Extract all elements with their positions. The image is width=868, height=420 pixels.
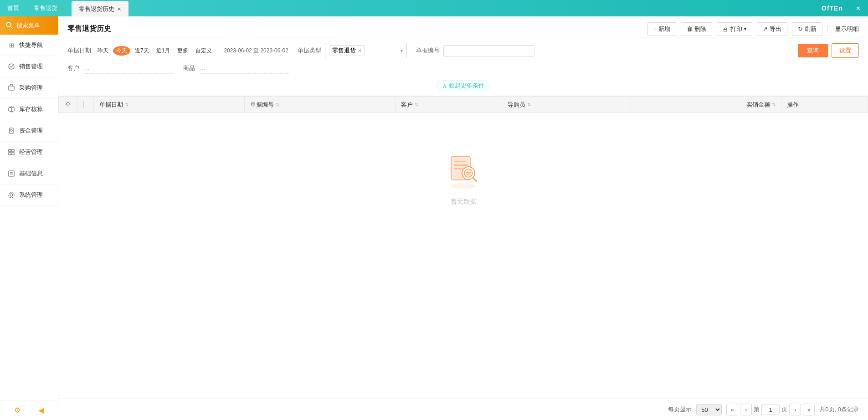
page-input[interactable] — [761, 405, 780, 415]
settings-button[interactable]: 设置 — [832, 43, 859, 58]
bill-no-label: 单据编号 — [416, 46, 440, 55]
table-header-row: 单据日期 ⇅ 单据编号 ⇅ 客户 — [59, 97, 868, 113]
page-title: 零售退货历史 — [67, 24, 111, 34]
print-button[interactable]: 🖨 打印 ▾ — [717, 22, 752, 36]
date-range-value: 2023-06-02 至 2023-06-02 — [224, 47, 288, 55]
tab-retail-return-close[interactable]: ✕ — [60, 5, 64, 11]
th-amount[interactable]: 实销金额 ⇅ — [631, 97, 781, 113]
refresh-button[interactable]: ↻ 刷新 — [792, 22, 822, 36]
sort-date-icon: ⇅ — [125, 102, 128, 107]
svg-rect-20 — [454, 164, 468, 166]
svg-point-17 — [451, 183, 476, 189]
sidebar-item-label: 基础信息 — [19, 169, 43, 178]
sidebar-item-finance-mgmt[interactable]: 资金管理 — [0, 120, 58, 142]
goods-input[interactable] — [199, 63, 290, 74]
bill-type-select[interactable]: 零售退货 ✕ ▾ — [325, 43, 407, 58]
th-checkbox[interactable] — [77, 97, 94, 113]
sidebar-search[interactable]: 搜索菜单 — [0, 16, 58, 35]
export-button[interactable]: ↗ 导出 — [757, 22, 787, 36]
svg-rect-10 — [9, 171, 14, 176]
new-button[interactable]: + 新增 — [647, 22, 676, 36]
pagination-bar: 每页显示 20 50 100 200 « ‹ 第 页 › » 共0页, 0条记录 — [58, 399, 868, 420]
date-btn-1month[interactable]: 近1月 — [154, 46, 173, 56]
th-setting[interactable] — [59, 97, 77, 113]
sidebar-item-label: 库存核算 — [19, 105, 43, 113]
tab-retail-return-history-close[interactable]: ✕ — [117, 6, 121, 12]
page-last-btn[interactable]: » — [803, 404, 815, 415]
sidebar-item-system-mgmt[interactable]: 系统管理 — [0, 184, 58, 206]
empty-icon — [443, 149, 484, 190]
empty-text: 暂无数据 — [451, 198, 476, 206]
date-btn-7days[interactable]: 近7天 — [132, 46, 152, 56]
date-btn-today[interactable]: 今天 — [113, 46, 130, 56]
filter-bill-type: 单据类型 零售退货 ✕ ▾ — [298, 43, 407, 58]
collapse-btn[interactable]: ∧ 收起更多条件 — [437, 80, 490, 91]
tab-retail-return-history[interactable]: 零售退货历史 ✕ — [72, 1, 128, 17]
sidebar-item-label: 快捷导航 — [19, 41, 43, 49]
sidebar-item-quick-nav[interactable]: ⊞ 快捷导航 — [0, 35, 58, 56]
settings-bottom-btn[interactable]: ⚙ — [14, 406, 21, 415]
svg-point-23 — [464, 169, 473, 177]
sidebar-item-label: 销售管理 — [19, 62, 43, 71]
window-close-btn[interactable]: ✕ — [856, 5, 861, 12]
page-suffix: 页 — [781, 405, 787, 414]
sidebar-search-label: 搜索菜单 — [16, 21, 40, 30]
query-button[interactable]: 查询 — [798, 44, 828, 57]
th-action: 操作 — [781, 97, 868, 113]
filter-customer: 客户 — [67, 63, 174, 74]
print-icon: 🖨 — [723, 26, 729, 32]
page-nav: « ‹ 第 页 › » — [726, 404, 815, 415]
delete-button[interactable]: 🗑 删除 — [681, 22, 712, 36]
search-icon — [5, 21, 13, 30]
sidebar-item-basic-info[interactable]: 基础信息 — [0, 163, 58, 184]
sidebar-item-label: 系统管理 — [19, 191, 43, 199]
top-bar-right: OfTEn ✕ — [814, 5, 868, 12]
page-size-select[interactable]: 20 50 100 200 — [696, 404, 722, 415]
th-customer[interactable]: 客户 ⇅ — [395, 97, 502, 113]
sidebar-item-purchase-mgmt[interactable]: 采购管理 — [0, 77, 58, 99]
date-btn-more[interactable]: 更多 — [175, 46, 191, 56]
bill-type-dropdown-icon: ▾ — [401, 48, 403, 53]
th-date[interactable]: 单据日期 ⇅ — [94, 97, 245, 113]
th-bill-no[interactable]: 单据编号 ⇅ — [244, 97, 395, 113]
date-btn-custom[interactable]: 自定义 — [193, 46, 215, 56]
tab-bar: 首页 零售退货 ✕ 零售退货历史 ✕ — [0, 0, 814, 16]
bill-no-input[interactable] — [443, 45, 534, 56]
page-header: 零售退货历史 + 新增 🗑 删除 🖨 打印 ▾ ↗ 导出 ↻ — [58, 16, 868, 37]
page-prev-btn[interactable]: ‹ — [740, 404, 752, 415]
sidebar-item-sales-mgmt[interactable]: 销售管理 — [0, 56, 58, 77]
sort-amount-icon: ⇅ — [772, 102, 776, 107]
purchase-icon — [7, 84, 15, 92]
customer-input[interactable] — [83, 63, 174, 74]
sidebar-item-inventory[interactable]: 库存核算 — [0, 99, 58, 120]
inventory-icon — [7, 105, 15, 113]
svg-rect-3 — [9, 86, 14, 90]
collapse-sidebar-btn[interactable]: ◀ — [38, 406, 44, 415]
date-filter-btns: 昨天 今天 近7天 近1月 更多 自定义 — [95, 46, 215, 56]
tab-home[interactable]: 首页 — [0, 0, 26, 16]
sidebar-item-label: 采购管理 — [19, 84, 43, 92]
date-btn-yesterday[interactable]: 昨天 — [95, 46, 111, 56]
sidebar-item-label: 经营管理 — [19, 148, 43, 156]
bill-type-tag-close[interactable]: ✕ — [358, 48, 362, 54]
tab-retail-return[interactable]: 零售退货 ✕ — [26, 0, 72, 16]
data-table: 单据日期 ⇅ 单据编号 ⇅ 客户 — [58, 96, 868, 113]
page-go-label: 第 — [754, 405, 760, 414]
page-next-btn[interactable]: › — [789, 404, 801, 415]
content-area: 零售退货历史 + 新增 🗑 删除 🖨 打印 ▾ ↗ 导出 ↻ — [58, 16, 868, 420]
collapse-row: ∧ 收起更多条件 — [67, 78, 859, 92]
print-dropdown-icon: ▾ — [744, 26, 746, 31]
sort-guide-icon: ⇅ — [527, 102, 531, 107]
page-first-btn[interactable]: « — [726, 404, 738, 415]
basic-info-icon — [7, 169, 15, 178]
page-total: 共0页, 0条记录 — [819, 405, 859, 414]
system-icon — [7, 191, 15, 199]
th-guide[interactable]: 导购员 ⇅ — [502, 97, 631, 113]
filter-row-1: 单据日期 昨天 今天 近7天 近1月 更多 自定义 2023-06-02 至 2… — [67, 43, 859, 58]
filter-date-range: 2023-06-02 至 2023-06-02 — [224, 47, 288, 55]
sidebar-item-label: 资金管理 — [19, 127, 43, 135]
sidebar-item-operations-mgmt[interactable]: 经营管理 — [0, 142, 58, 163]
bill-type-tag: 零售退货 ✕ — [329, 45, 365, 56]
svg-rect-19 — [454, 161, 465, 162]
show-detail-checkbox[interactable]: 显示明细 — [827, 25, 859, 33]
